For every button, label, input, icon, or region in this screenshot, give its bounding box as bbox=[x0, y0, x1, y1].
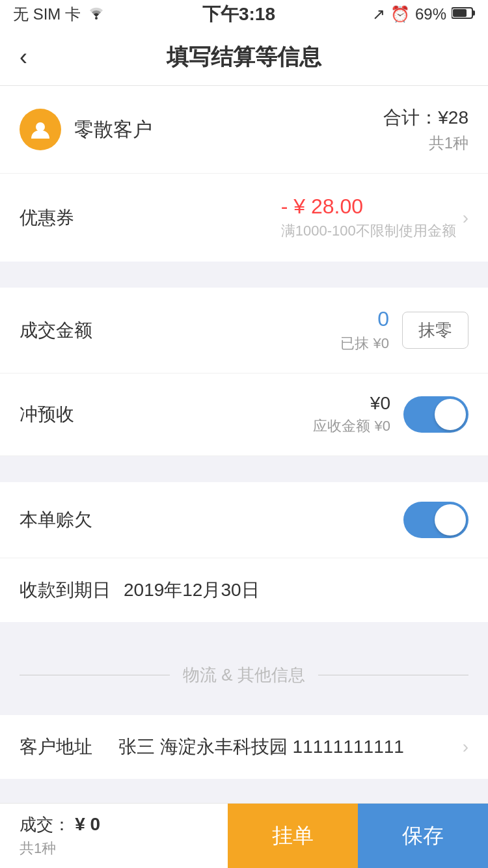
address-chevron-icon: › bbox=[463, 737, 468, 757]
debit-row: 本单赊欠 bbox=[0, 482, 488, 558]
page-title: 填写结算等信息 bbox=[167, 42, 321, 72]
logistics-section: 物流 & 其他信息 bbox=[0, 648, 488, 702]
carrier-text: 无 SIM 卡 bbox=[13, 4, 81, 25]
deal-amount-row: 成交金额 0 已抹 ¥0 抹零 bbox=[0, 288, 488, 373]
battery-icon bbox=[452, 5, 475, 23]
prepay-row: 冲预收 ¥0 应收金额 ¥0 bbox=[0, 373, 488, 456]
deal-amount-right: 0 已抹 ¥0 抹零 bbox=[340, 307, 468, 353]
alarm-icon: ⏰ bbox=[390, 5, 410, 23]
prepay-sub: 应收金额 ¥0 bbox=[313, 416, 390, 436]
bottom-deal-amount: ¥ 0 bbox=[75, 814, 100, 834]
svg-rect-2 bbox=[472, 10, 475, 16]
section-divider-3 bbox=[0, 635, 488, 648]
pending-button[interactable]: 挂单 bbox=[228, 804, 358, 869]
svg-point-0 bbox=[95, 17, 98, 20]
wifi-icon bbox=[87, 5, 105, 23]
svg-rect-3 bbox=[453, 9, 467, 17]
logistics-line-right bbox=[318, 675, 468, 675]
nav-bar: ‹ 填写结算等信息 bbox=[0, 29, 488, 86]
prepay-value: ¥0 bbox=[313, 393, 390, 414]
location-icon: ↗ bbox=[372, 5, 385, 23]
coupon-label: 优惠券 bbox=[20, 206, 74, 230]
battery-text: 69% bbox=[415, 5, 446, 23]
round-zero-button[interactable]: 抹零 bbox=[402, 312, 468, 349]
total-count: 共1种 bbox=[383, 133, 468, 154]
prepay-toggle[interactable] bbox=[403, 396, 468, 433]
due-date-row: 收款到期日 2019年12月30日 bbox=[0, 558, 488, 622]
prepay-right: ¥0 应收金额 ¥0 bbox=[313, 393, 468, 436]
content: 零散客户 合计：¥28 共1种 优惠券 - ¥ 28.00 满1000-100不… bbox=[0, 86, 488, 868]
debit-section: 本单赊欠 收款到期日 2019年12月30日 bbox=[0, 482, 488, 622]
logistics-line-left bbox=[20, 675, 170, 675]
address-label: 客户地址 bbox=[20, 735, 92, 759]
bottom-deal-label: 成交： bbox=[20, 815, 70, 834]
address-row[interactable]: 客户地址 张三 海淀永丰科技园 11111111111 › bbox=[0, 715, 488, 779]
coupon-right: - ¥ 28.00 满1000-100不限制使用金额 › bbox=[281, 195, 468, 241]
deal-amount-label: 成交金额 bbox=[20, 318, 92, 343]
prepay-label: 冲预收 bbox=[20, 402, 74, 427]
due-date-value: 2019年12月30日 bbox=[124, 578, 260, 603]
section-divider-1 bbox=[0, 275, 488, 288]
customer-right: 合计：¥28 共1种 bbox=[383, 105, 468, 154]
bottom-count: 共1种 bbox=[20, 839, 208, 858]
svg-point-4 bbox=[36, 122, 45, 131]
bottom-bar: 成交： ¥ 0 共1种 挂单 保存 bbox=[0, 803, 488, 868]
debit-label: 本单赊欠 bbox=[20, 508, 92, 532]
deal-amount-sub: 已抹 ¥0 bbox=[340, 334, 389, 353]
coupon-discount: - ¥ 28.00 bbox=[281, 195, 456, 219]
customer-section: 零散客户 合计：¥28 共1种 优惠券 - ¥ 28.00 满1000-100不… bbox=[0, 86, 488, 262]
section-divider-4 bbox=[0, 702, 488, 715]
status-time: 下午3:18 bbox=[202, 2, 275, 27]
debit-toggle-knob bbox=[435, 504, 466, 536]
bottom-info: 成交： ¥ 0 共1种 bbox=[0, 813, 228, 858]
total-amount: 合计：¥28 bbox=[383, 105, 468, 130]
status-left: 无 SIM 卡 bbox=[13, 4, 105, 25]
due-date-label: 收款到期日 bbox=[20, 578, 111, 603]
coupon-desc: 满1000-100不限制使用金额 bbox=[281, 221, 456, 241]
section-divider-2 bbox=[0, 469, 488, 482]
customer-left: 零散客户 bbox=[20, 109, 152, 150]
deal-amount-section: 成交金额 0 已抹 ¥0 抹零 冲预收 ¥0 应收金额 ¥0 bbox=[0, 288, 488, 456]
prepay-toggle-knob bbox=[435, 399, 466, 430]
status-bar: 无 SIM 卡 下午3:18 ↗ ⏰ 69% bbox=[0, 0, 488, 29]
customer-row: 零散客户 合计：¥28 共1种 bbox=[0, 86, 488, 173]
deal-amount-value: 0 bbox=[340, 307, 389, 331]
coupon-chevron-icon: › bbox=[463, 208, 468, 228]
coupon-row[interactable]: 优惠券 - ¥ 28.00 满1000-100不限制使用金额 › bbox=[0, 173, 488, 262]
customer-avatar bbox=[20, 109, 61, 150]
logistics-label: 物流 & 其他信息 bbox=[183, 664, 305, 686]
address-value: 张三 海淀永丰科技园 11111111111 bbox=[105, 735, 450, 759]
logistics-divider: 物流 & 其他信息 bbox=[20, 664, 468, 686]
save-button[interactable]: 保存 bbox=[358, 804, 488, 869]
status-right: ↗ ⏰ 69% bbox=[372, 5, 475, 23]
customer-name: 零散客户 bbox=[74, 116, 152, 143]
bottom-deal-row: 成交： ¥ 0 bbox=[20, 813, 208, 836]
back-button[interactable]: ‹ bbox=[20, 44, 27, 71]
address-section: 客户地址 张三 海淀永丰科技园 11111111111 › bbox=[0, 715, 488, 779]
debit-toggle[interactable] bbox=[403, 502, 468, 538]
